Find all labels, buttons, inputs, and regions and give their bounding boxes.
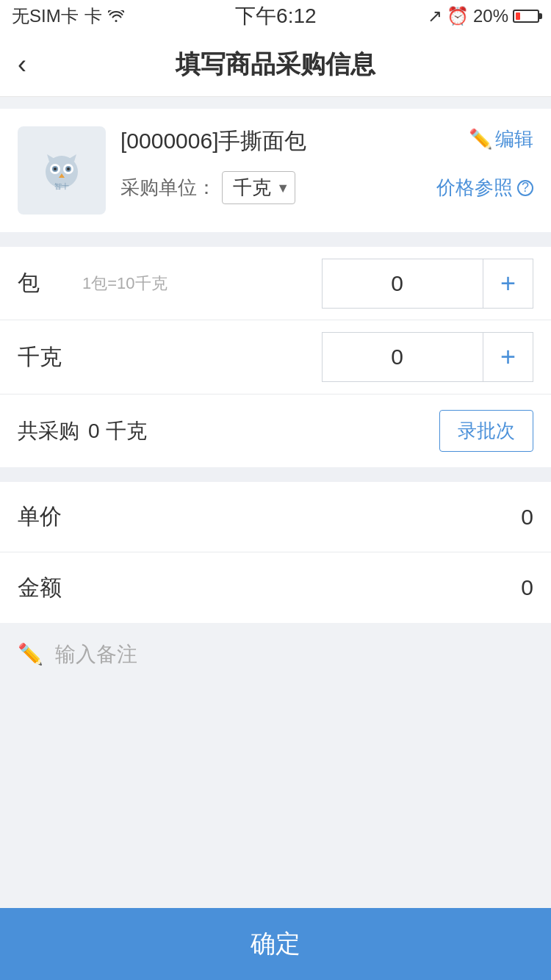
price-ref-label: 价格参照: [436, 175, 513, 201]
unit-select[interactable]: 千克: [222, 171, 295, 204]
notes-section[interactable]: ✏️ 输入备注: [0, 623, 551, 686]
battery-icon: [513, 10, 539, 23]
amount-value: 0: [521, 575, 533, 600]
sim-label: 卡: [84, 4, 102, 28]
product-title: 手撕面包: [218, 129, 306, 153]
svg-point-6: [67, 167, 70, 170]
product-card: 智十 [0000006]手撕面包 ✏️ 编辑 采购单位： 千克 价格参照 ?: [0, 109, 551, 232]
bao-input-wrap: +: [322, 259, 533, 309]
status-right: ↗ ⏰ 20%: [428, 6, 539, 26]
product-name: [0000006]手撕面包: [120, 126, 306, 156]
unit-label: 采购单位：: [120, 175, 216, 201]
confirm-button[interactable]: 确定: [0, 908, 551, 980]
kg-label: 千克: [18, 342, 76, 372]
product-name-row: [0000006]手撕面包 ✏️ 编辑: [120, 126, 533, 156]
summary-label: 共采购: [18, 417, 79, 445]
wifi-icon: [108, 6, 124, 26]
status-bar: 无SIM卡 卡 下午6:12 ↗ ⏰ 20%: [0, 0, 551, 32]
edit-label: 编辑: [495, 126, 533, 152]
pricing-section: 单价 0 金额 0: [0, 482, 551, 623]
alarm-icon: ⏰: [447, 6, 469, 26]
battery-fill: [516, 12, 520, 20]
svg-point-5: [54, 167, 57, 170]
bao-label: 包: [18, 268, 76, 298]
battery-percent: 20%: [473, 6, 508, 26]
record-batch-button[interactable]: 录批次: [439, 410, 533, 452]
edit-icon: ✏️: [469, 128, 492, 151]
content-area: [0, 686, 551, 833]
divider-band-2: [0, 467, 551, 482]
summary-value: 0: [88, 419, 100, 443]
amount-label: 金额: [18, 573, 62, 603]
product-id: [0000006]: [120, 129, 218, 153]
unit-select-wrap[interactable]: 千克: [222, 171, 295, 204]
edit-button[interactable]: ✏️ 编辑: [469, 126, 533, 152]
unit-price-value: 0: [521, 505, 533, 530]
bao-plus-button[interactable]: +: [483, 259, 533, 309]
unit-price-row: 单价 0: [0, 482, 551, 552]
status-left: 无SIM卡 卡: [12, 4, 124, 28]
page-title: 填写商品采购信息: [176, 48, 375, 82]
kg-row: 千克 +: [0, 320, 551, 394]
kg-input[interactable]: [322, 332, 483, 382]
notes-placeholder[interactable]: 输入备注: [55, 641, 137, 669]
bao-input[interactable]: [322, 259, 483, 309]
product-logo: 智十: [40, 148, 84, 192]
info-icon: ?: [517, 180, 533, 196]
svg-text:智十: 智十: [54, 182, 69, 190]
summary-row: 共采购 0 千克 录批次: [0, 394, 551, 467]
unit-price-label: 单价: [18, 502, 62, 532]
kg-input-wrap: +: [322, 332, 533, 382]
product-info: [0000006]手撕面包 ✏️ 编辑 采购单位： 千克 价格参照 ?: [120, 126, 533, 204]
back-button[interactable]: ‹: [18, 49, 26, 80]
carrier-label: 无SIM卡: [12, 4, 79, 28]
divider-band-1: [0, 232, 551, 247]
input-section: 包 1包=10千克 + 千克 +: [0, 247, 551, 394]
pencil-icon: ✏️: [18, 642, 43, 666]
kg-plus-button[interactable]: +: [483, 332, 533, 382]
nav-bar: ‹ 填写商品采购信息: [0, 32, 551, 97]
price-ref-button[interactable]: 价格参照 ?: [436, 175, 533, 201]
product-unit-row: 采购单位： 千克 价格参照 ?: [120, 171, 533, 204]
amount-row: 金额 0: [0, 552, 551, 623]
product-image: 智十: [18, 126, 106, 215]
bao-sublabel: 1包=10千克: [82, 273, 168, 295]
bottom-spacer: [0, 833, 551, 905]
summary-unit: 千克: [106, 417, 147, 445]
location-icon: ↗: [428, 6, 442, 26]
status-time: 下午6:12: [235, 2, 317, 30]
bao-row: 包 1包=10千克 +: [0, 247, 551, 320]
